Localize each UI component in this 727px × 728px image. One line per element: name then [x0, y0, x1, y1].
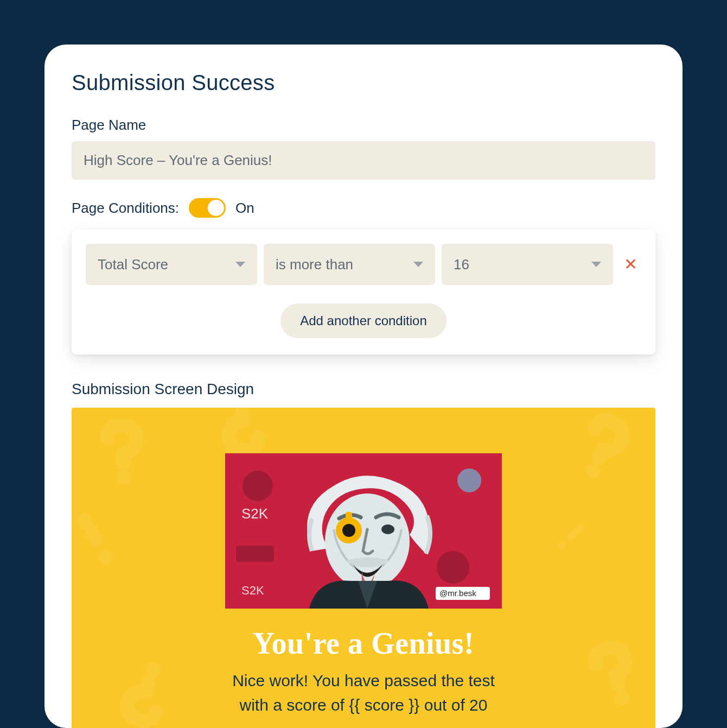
svg-point-11	[457, 469, 481, 492]
condition-value-select[interactable]: 16	[442, 244, 613, 285]
hero-image: S2K S2K @mr.besk	[225, 453, 502, 609]
hero-line-2: with a score of {{ score }} out of 20	[240, 696, 488, 714]
add-condition-button[interactable]: Add another condition	[280, 303, 447, 338]
svg-text:@mr.besk: @mr.besk	[439, 588, 476, 598]
svg-text:S2K: S2K	[241, 505, 269, 522]
svg-point-10	[243, 471, 273, 501]
chevron-down-icon	[413, 262, 423, 267]
page-conditions-row: Page Conditions: On	[72, 198, 655, 218]
svg-text:S2K: S2K	[241, 584, 264, 597]
condition-operator-value: is more than	[276, 256, 353, 273]
page-name-label: Page Name	[72, 117, 655, 134]
svg-point-19	[381, 524, 394, 534]
submission-design-preview: S2K S2K @mr.besk	[72, 408, 655, 728]
chevron-down-icon	[235, 262, 245, 267]
conditions-panel: Total Score is more than 16 ✕ Add anothe…	[72, 230, 655, 354]
submission-design-label: Submission Screen Design	[72, 381, 655, 398]
question-mark-icon	[213, 408, 278, 457]
hero-title: You're a Genius!	[93, 626, 634, 661]
condition-value-value: 16	[454, 256, 469, 273]
svg-rect-13	[236, 546, 274, 562]
hero-subtitle: Nice work! You have passed the test with…	[93, 668, 634, 717]
condition-field-select[interactable]: Total Score	[86, 244, 257, 285]
condition-row: Total Score is more than 16 ✕	[86, 244, 641, 285]
remove-condition-button[interactable]: ✕	[620, 256, 641, 273]
page-conditions-toggle[interactable]	[189, 198, 226, 218]
page-title: Submission Success	[72, 71, 655, 95]
condition-operator-select[interactable]: is more than	[264, 244, 435, 285]
hero-line-1: Nice work! You have passed the test	[232, 672, 495, 689]
svg-point-12	[437, 551, 469, 584]
svg-point-21	[342, 524, 355, 537]
page-conditions-label: Page Conditions:	[72, 200, 179, 217]
page-conditions-state: On	[235, 200, 254, 217]
page-name-input[interactable]	[72, 141, 655, 180]
chevron-down-icon	[591, 262, 601, 267]
svg-rect-22	[346, 512, 352, 521]
close-icon: ✕	[624, 255, 637, 273]
condition-field-value: Total Score	[98, 256, 168, 273]
toggle-knob	[208, 200, 224, 216]
settings-card: Submission Success Page Name Page Condit…	[44, 45, 683, 728]
